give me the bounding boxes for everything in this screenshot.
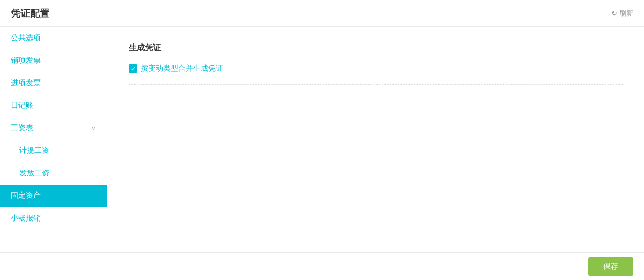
sidebar-item-label: 销项发票 (11, 56, 41, 65)
page-header: 凭证配置 ↻ 刷新 (0, 0, 644, 27)
sidebar-item-label: 计提工资 (19, 146, 49, 156)
page-title: 凭证配置 (11, 7, 49, 20)
page-body: 公共选项 销项发票 进项发票 日记账 工资表 ∨ 计提工资 发放工资 固定资 (0, 27, 644, 252)
sidebar-item-label: 进项发票 (11, 78, 41, 88)
merge-by-type-checkbox[interactable]: ✓ 按变动类型合并生成凭证 (129, 64, 223, 73)
sidebar-item-label: 日记账 (11, 101, 33, 110)
page-wrapper: 凭证配置 ↻ 刷新 公共选项 销项发票 进项发票 日记账 工资表 ∨ (0, 0, 644, 280)
checkbox-indicator: ✓ (129, 64, 137, 73)
checkbox-label: 按变动类型合并生成凭证 (141, 64, 223, 73)
sidebar-item-pay-salary[interactable]: 发放工资 (0, 162, 107, 185)
sidebar-item-journal[interactable]: 日记账 (0, 94, 107, 117)
main-content: 生成凭证 ✓ 按变动类型合并生成凭证 (107, 27, 644, 252)
sidebar-item-label: 公共选项 (11, 33, 41, 43)
sidebar: 公共选项 销项发票 进项发票 日记账 工资表 ∨ 计提工资 发放工资 固定资 (0, 27, 107, 252)
sidebar-item-sales-invoice[interactable]: 销项发票 (0, 49, 107, 72)
sidebar-item-purchase-invoice[interactable]: 进项发票 (0, 72, 107, 94)
sidebar-item-calc-salary[interactable]: 计提工资 (0, 139, 107, 162)
sidebar-item-payroll[interactable]: 工资表 ∨ (0, 117, 107, 139)
section-title: 生成凭证 (129, 43, 623, 53)
sidebar-item-label: 小畅报销 (11, 213, 41, 223)
sidebar-item-label: 工资表 (11, 123, 33, 133)
page-footer: 保存 (0, 252, 644, 280)
refresh-button[interactable]: ↻ 刷新 (611, 9, 633, 18)
check-icon: ✓ (131, 65, 136, 72)
sidebar-item-label: 发放工资 (19, 168, 49, 178)
sidebar-item-fixed-assets[interactable]: 固定资产 (0, 185, 107, 207)
refresh-label: 刷新 (619, 9, 633, 18)
option-row: ✓ 按变动类型合并生成凭证 (129, 64, 623, 73)
section-divider (129, 84, 623, 85)
chevron-down-icon: ∨ (91, 124, 96, 132)
sidebar-item-label: 固定资产 (11, 191, 41, 201)
sidebar-item-expense[interactable]: 小畅报销 (0, 207, 107, 230)
refresh-icon: ↻ (611, 9, 617, 17)
sidebar-item-public[interactable]: 公共选项 (0, 27, 107, 49)
save-button[interactable]: 保存 (588, 257, 633, 276)
